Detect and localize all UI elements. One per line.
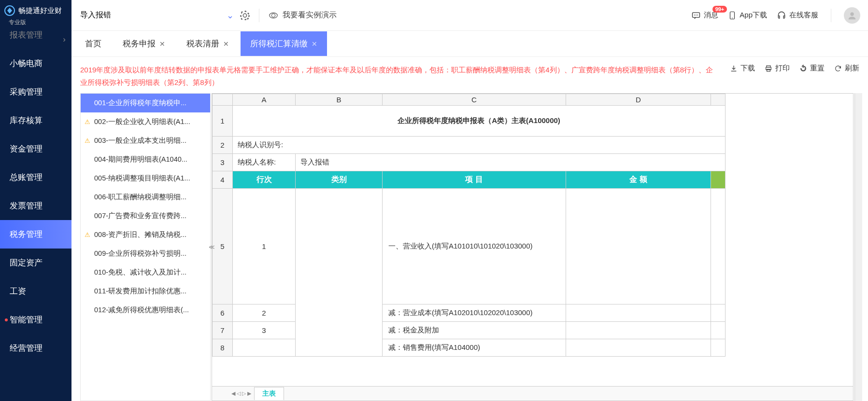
col-header[interactable]: A (233, 94, 296, 106)
nav-item-business[interactable]: 经营管理 (0, 334, 71, 362)
taxpayer-id-label[interactable]: 纳税人识别号: (233, 137, 726, 154)
svg-point-5 (696, 14, 697, 15)
chevron-down-icon[interactable]: ⌄ (227, 10, 234, 21)
sheet-tab-main[interactable]: 主表 (254, 387, 284, 400)
notice-row: 2019年度涉及取以前年度结转数据的申报表单元格需要手工维护正确，才能保证本年及… (71, 57, 868, 93)
tab-tax-declare[interactable]: 税务申报✕ (113, 31, 175, 56)
col-header[interactable]: D (566, 94, 711, 106)
form-item[interactable]: ⚠002-一般企业收入明细表(A1... (81, 112, 210, 131)
cell[interactable] (711, 304, 726, 322)
nav-item-smart[interactable]: 智能管理 (0, 305, 71, 334)
cell-item[interactable]: 减：销售费用(填写A104000) (383, 339, 566, 357)
messages-badge: 99+ (712, 6, 727, 13)
row-header[interactable]: 7 (213, 322, 233, 339)
reset-button[interactable]: 重置 (799, 64, 825, 73)
row-header[interactable]: 4 (213, 171, 233, 189)
form-item[interactable]: 004-期间费用明细表(A1040... (81, 150, 210, 169)
form-item[interactable]: 006-职工薪酬纳税调整明细... (81, 188, 210, 207)
cell[interactable]: 2 (233, 304, 296, 322)
avatar[interactable] (844, 7, 860, 24)
nav-item-ecommerce[interactable]: 小畅电商 (0, 49, 71, 78)
user-icon (847, 10, 857, 21)
gear-icon[interactable] (240, 10, 250, 21)
nav-item-truncated[interactable]: 报表管理 (0, 29, 71, 49)
form-item[interactable]: 012-减免所得税优惠明细表(... (81, 301, 210, 319)
download-icon (730, 65, 738, 72)
sidebar: 畅捷通好业财 专业版 报表管理 小畅电商 采购管理 库存核算 资金管理 总账管理… (0, 0, 71, 401)
tab-income-tax[interactable]: 所得税汇算清缴✕ (241, 31, 327, 56)
cell[interactable]: 3 (233, 322, 296, 339)
form-item[interactable]: 005-纳税调整项目明细表(A1... (81, 169, 210, 188)
row-header[interactable]: 6 (213, 304, 233, 322)
cell-amount[interactable] (566, 339, 711, 357)
print-button[interactable]: 打印 (765, 64, 790, 73)
download-button[interactable]: 下载 (730, 64, 755, 73)
svg-point-4 (694, 14, 695, 15)
form-item[interactable]: 011-研发费用加计扣除优惠... (81, 282, 210, 301)
form-item[interactable]: 009-企业所得税弥补亏损明... (81, 244, 210, 263)
col-header[interactable]: C (383, 94, 566, 106)
form-item[interactable]: 001-企业所得税年度纳税申... (81, 94, 210, 112)
tab-home[interactable]: 首页 (75, 31, 111, 56)
svg-point-6 (697, 14, 698, 15)
brand-icon (4, 5, 15, 16)
cell-category[interactable] (296, 189, 383, 357)
tab-tax-list[interactable]: 税表清册✕ (177, 31, 239, 56)
support-label: 在线客服 (789, 11, 818, 20)
col-header[interactable] (711, 94, 726, 106)
form-item[interactable]: 010-免税、减计收入及加计... (81, 263, 210, 282)
corner-cell[interactable] (213, 94, 233, 106)
form-item[interactable]: 007-广告费和业务宣传费跨... (81, 207, 210, 225)
cell[interactable]: 1 (233, 189, 296, 304)
nav-item-invoice[interactable]: 发票管理 (0, 192, 71, 220)
cell[interactable] (711, 322, 726, 339)
brand-edition: 专业版 (0, 18, 71, 29)
cell-amount[interactable] (566, 322, 711, 339)
nav-item-assets[interactable]: 固定资产 (0, 249, 71, 277)
planet-icon (268, 10, 279, 21)
scrollbar[interactable] (854, 93, 862, 401)
app-download-button[interactable]: App下载 (728, 11, 767, 20)
close-icon[interactable]: ✕ (159, 40, 165, 48)
cell-amount[interactable] (566, 189, 711, 304)
form-item[interactable]: ⚠003-一般企业成本支出明细... (81, 131, 210, 150)
print-icon (765, 65, 772, 72)
nav: 报表管理 小畅电商 采购管理 库存核算 资金管理 总账管理 发票管理 税务管理 … (0, 29, 71, 401)
cell[interactable] (711, 339, 726, 357)
refresh-button[interactable]: 刷新 (834, 64, 859, 73)
row-header[interactable]: 8 (213, 339, 233, 357)
demo-link[interactable]: 我要看实例演示 (268, 10, 337, 21)
cell-item[interactable]: 减：税金及附加 (383, 322, 566, 339)
cell-item[interactable]: 减：营业成本(填写A102010\102020\103000) (383, 304, 566, 322)
taxpayer-name-label[interactable]: 纳税人名称: (233, 154, 296, 171)
nav-item-funds[interactable]: 资金管理 (0, 135, 71, 163)
sheet-title[interactable]: 企业所得税年度纳税申报表（A类）主表(A100000) (233, 106, 726, 137)
main: ⌄ 我要看实例演示 消息 99+ App下载 (71, 0, 868, 401)
cell[interactable] (711, 189, 726, 304)
row-header[interactable]: 3 (213, 154, 233, 171)
nav-item-purchase[interactable]: 采购管理 (0, 78, 71, 106)
cell[interactable] (233, 339, 296, 357)
row-header[interactable]: 2 (213, 137, 233, 154)
col-header[interactable]: B (296, 94, 383, 106)
nav-item-inventory[interactable]: 库存核算 (0, 106, 71, 135)
row-header[interactable]: 1 (213, 106, 233, 137)
search-input[interactable] (79, 8, 223, 23)
close-icon[interactable]: ✕ (223, 40, 229, 48)
row-header[interactable]: 5 (213, 189, 233, 304)
messages-button[interactable]: 消息 99+ (691, 11, 718, 20)
support-button[interactable]: 在线客服 (777, 11, 818, 20)
sheet-nav[interactable]: ◀ ◁ ▷ ▶ (231, 390, 251, 397)
demo-label: 我要看实例演示 (283, 10, 337, 20)
taxpayer-name-value[interactable]: 导入报错 (296, 154, 726, 171)
close-icon[interactable]: ✕ (312, 40, 317, 48)
cell-item[interactable]: 一、营业收入(填写A101010\101020\103000) (383, 189, 566, 304)
nav-item-ledger[interactable]: 总账管理 (0, 163, 71, 192)
sheet-body[interactable]: A B C D 1 企业所得税年度纳税申报表（A类）主表(A100000) 2 (212, 94, 853, 386)
cell-amount[interactable] (566, 304, 711, 322)
form-item[interactable]: ⚠008-资产折旧、摊销及纳税... (81, 225, 210, 244)
topbar-right: 消息 99+ App下载 在线客服 (691, 7, 860, 24)
nav-item-salary[interactable]: 工资 (0, 277, 71, 305)
nav-item-tax[interactable]: 税务管理 (0, 220, 71, 249)
collapse-icon[interactable]: ≪ (209, 244, 215, 250)
